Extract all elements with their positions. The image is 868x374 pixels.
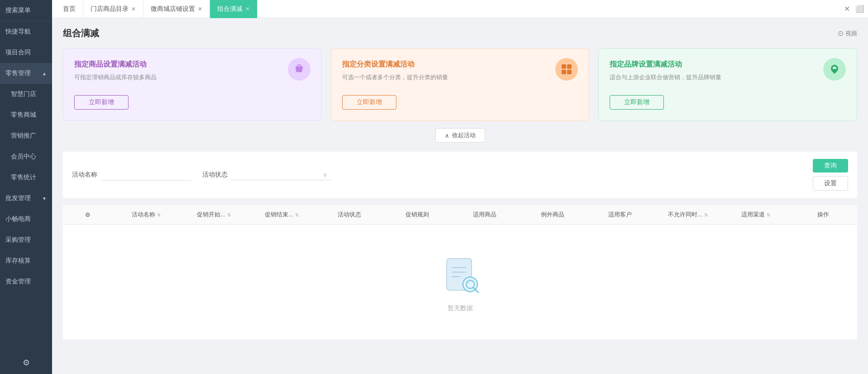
th-end[interactable]: 促销结束... ⇅ <box>248 211 316 219</box>
page-title: 组合满减 <box>63 27 99 39</box>
tab-wechat-shop[interactable]: 微商城店铺设置 ✕ <box>143 0 210 18</box>
collapse-activities-btn[interactable]: ∧ 收起活动 <box>435 128 485 143</box>
sidebar-item-kuaijie[interactable]: 快捷导航 <box>0 21 52 42</box>
th-name[interactable]: 活动名称 ⇅ <box>113 211 181 219</box>
chevron-down-icon: ▼ <box>42 196 47 201</box>
promo-card-product-btn[interactable]: 立即新增 <box>74 95 129 110</box>
th-start[interactable]: 促销开始... ⇅ <box>180 211 248 219</box>
tab-home[interactable]: 首页 <box>56 0 83 18</box>
empty-text: 暂无数据 <box>448 304 473 312</box>
play-circle-icon: ⊙ <box>838 29 844 38</box>
tab-bar: 首页 门店商品目录 ✕ 微商城店铺设置 ✕ 组合满减 ✕ ✕ ⬜ <box>52 0 868 18</box>
dropdown-chevron-icon: ∨ <box>323 172 327 178</box>
filter-status-label: 活动状态 <box>202 171 228 179</box>
settings-icon: ⚙ <box>85 211 91 218</box>
sidebar: 搜索菜单 快捷导航 项目合同 零售管理 ▲ 智慧门店 零售商城 营销推广 会员中… <box>0 0 52 374</box>
video-link[interactable]: ⊙ 视频 <box>838 29 857 38</box>
filter-status: 活动状态 ∨ <box>202 170 331 180</box>
sidebar-item-zhihuimendian[interactable]: 智慧门店 <box>0 84 52 105</box>
sidebar-item-pifa[interactable]: 批发管理 ▼ <box>0 188 52 209</box>
window-controls: ✕ ⬜ <box>844 5 864 13</box>
sort-icon-name: ⇅ <box>157 212 161 217</box>
tab-close-wechat[interactable]: ✕ <box>198 6 202 12</box>
svg-point-12 <box>467 281 470 284</box>
th-no-overlap[interactable]: 不允许同时... ⇅ <box>654 211 722 219</box>
promo-card-category-title: 指定分类设置满减活动 <box>342 60 578 69</box>
setting-button[interactable]: 设置 <box>813 176 848 191</box>
filter-name-label: 活动名称 <box>72 171 97 179</box>
promo-cards-row: 指定商品设置满减活动 可指定滞销商品或库存较多商品 立即新增 指定分类设置满减活… <box>63 48 857 121</box>
content-area: 组合满减 ⊙ 视频 指定商品设置满减活动 可指定滞销商品或库存较多商品 <box>52 18 868 374</box>
filter-name-input[interactable] <box>101 169 191 181</box>
sort-icon-end: ⇅ <box>295 212 299 217</box>
chevron-up-icon: ∧ <box>445 132 449 139</box>
sidebar-settings[interactable]: ⚙ <box>0 351 52 374</box>
promo-card-brand-title: 指定品牌设置满减活动 <box>610 60 846 69</box>
th-rule: 促销规则 <box>383 211 451 219</box>
th-status: 活动状态 <box>315 211 383 219</box>
sidebar-item-xiaochang[interactable]: 小畅电商 <box>0 209 52 230</box>
empty-icon <box>438 252 483 297</box>
filter-name: 活动名称 <box>72 169 191 181</box>
sort-icon-overlap: ⇅ <box>704 212 708 217</box>
sidebar-item-yingxiao[interactable]: 营销推广 <box>0 125 52 146</box>
collapse-bar: ∧ 收起活动 <box>63 128 857 143</box>
sidebar-item-huiyuan[interactable]: 会员中心 <box>0 146 52 167</box>
sidebar-item-zijin[interactable]: 资金管理 <box>0 271 52 292</box>
promo-card-product-desc: 可指定滞销商品或库存较多商品 <box>74 73 310 82</box>
close-window-icon[interactable]: ✕ <box>844 5 850 13</box>
query-button[interactable]: 查询 <box>813 159 848 173</box>
tab-close-product[interactable]: ✕ <box>131 6 136 12</box>
th-channel[interactable]: 适用渠道 ⇅ <box>722 211 790 219</box>
sidebar-item-lingshoutj[interactable]: 零售统计 <box>0 167 52 188</box>
svg-rect-1 <box>567 64 572 69</box>
table-header: ⚙ 活动名称 ⇅ 促销开始... ⇅ 促销结束... ⇅ 活动状态 <box>63 205 857 225</box>
sidebar-item-caigou[interactable]: 采购管理 <box>0 230 52 250</box>
maximize-window-icon[interactable]: ⬜ <box>855 5 864 13</box>
sort-icon-start: ⇅ <box>227 212 231 217</box>
filter-row: 活动名称 活动状态 ∨ 查询 设置 <box>63 152 857 198</box>
promo-card-brand-btn[interactable]: 立即新增 <box>610 95 664 110</box>
th-goods: 适用商品 <box>451 211 519 219</box>
main-area: 首页 门店商品目录 ✕ 微商城店铺设置 ✕ 组合满减 ✕ ✕ ⬜ 组合满减 ⊙ … <box>52 0 868 374</box>
promo-card-brand-icon <box>823 58 846 81</box>
promo-card-product-title: 指定商品设置满减活动 <box>74 60 310 69</box>
chevron-up-icon: ▲ <box>42 71 47 76</box>
svg-rect-0 <box>562 64 566 69</box>
th-settings[interactable]: ⚙ <box>63 211 113 218</box>
sort-icon-channel: ⇅ <box>767 212 770 217</box>
tab-close-combo[interactable]: ✕ <box>245 6 250 12</box>
filter-status-select[interactable]: ∨ <box>231 170 331 180</box>
tab-product-catalog[interactable]: 门店商品目录 ✕ <box>83 0 143 18</box>
filter-actions: 查询 设置 <box>813 159 848 191</box>
data-table: ⚙ 活动名称 ⇅ 促销开始... ⇅ 促销结束... ⇅ 活动状态 <box>63 205 857 340</box>
sidebar-item-lingshouguan[interactable]: 零售管理 ▲ <box>0 63 52 84</box>
promo-card-brand-desc: 适合与上游企业联合做营销，提升品牌销量 <box>610 73 846 82</box>
sidebar-item-xiangmu[interactable]: 项目合同 <box>0 42 52 63</box>
promo-card-category-icon <box>555 58 578 81</box>
svg-rect-2 <box>562 70 566 74</box>
th-customer: 适用客户 <box>587 211 654 219</box>
svg-rect-3 <box>567 70 572 74</box>
promo-card-brand: 指定品牌设置满减活动 适合与上游企业联合做营销，提升品牌销量 立即新增 <box>598 48 857 121</box>
page-header: 组合满减 ⊙ 视频 <box>63 27 857 39</box>
sidebar-search[interactable]: 搜索菜单 <box>0 0 52 21</box>
promo-card-product: 指定商品设置满减活动 可指定滞销商品或库存较多商品 立即新增 <box>63 48 322 121</box>
gear-icon: ⚙ <box>23 358 30 368</box>
sidebar-item-lingshoucheng[interactable]: 零售商城 <box>0 105 52 125</box>
promo-card-product-icon <box>288 58 310 81</box>
tab-combo-discount[interactable]: 组合满减 ✕ <box>210 0 258 18</box>
empty-state: 暂无数据 <box>63 225 857 340</box>
promo-card-category: 指定分类设置满减活动 可选一个或者多个分类，提升分类的销量 立即新增 <box>331 48 590 121</box>
th-action: 操作 <box>789 211 857 219</box>
sidebar-item-kucun[interactable]: 库存核算 <box>0 250 52 271</box>
promo-card-category-desc: 可选一个或者多个分类，提升分类的销量 <box>342 73 578 82</box>
promo-card-category-btn[interactable]: 立即新增 <box>342 95 396 110</box>
th-except: 例外商品 <box>519 211 587 219</box>
